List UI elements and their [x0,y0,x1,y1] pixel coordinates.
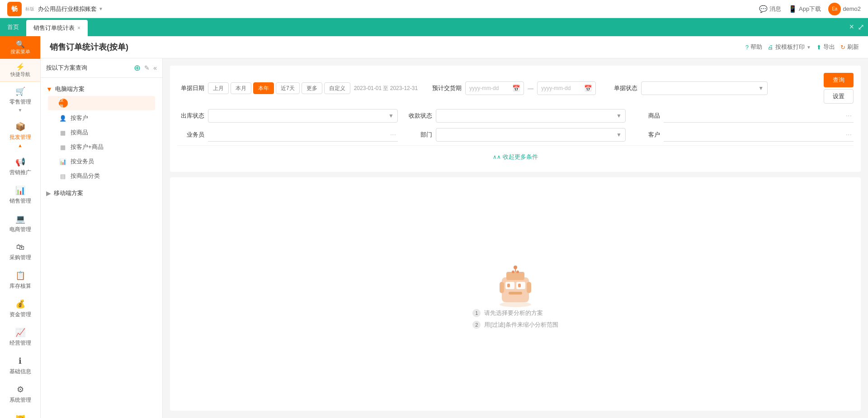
scheme-category-pc-label[interactable]: ▼ 电脑端方案 [46,83,157,95]
tab-home-label: 首页 [7,23,19,31]
date-label: 单据日期 [177,84,204,92]
tab-sales-order[interactable]: 销售订单统计表 × [26,20,88,36]
goods-category-scheme-icon: ▤ [59,172,67,180]
svg-rect-7 [500,282,504,293]
export-label: 导出 [823,43,835,51]
sidebar-item-sales[interactable]: 📊 销售管理 [0,181,40,209]
calendar-icon-end: 📅 [584,85,592,92]
sidebar-item-ecommerce[interactable]: 💻 电商管理 [0,209,40,238]
refresh-btn[interactable]: ↻ 刷新 [840,43,859,51]
sidebar-item-retail[interactable]: 🛒 零售管理 ▼ [0,82,40,117]
scheme-by-customer-label: 按客户 [71,114,88,122]
expected-date-label: 预计交货期 [432,84,462,92]
print-btn[interactable]: 🖨 按模板打印 ▼ [768,43,811,51]
mobile-category-arrow: ▶ [46,190,51,197]
app-download-btn[interactable]: 📱 App下载 [788,5,821,13]
doc-status-select[interactable]: ▼ [641,81,768,95]
date-this-year-btn[interactable]: 本年 [253,82,274,94]
sidebar-search-menu[interactable]: 🔍 搜索菜单 [0,36,40,59]
sidebar-item-cooperation[interactable]: 🤝 企业协同 [0,408,40,418]
scheme-item-by-customer-goods[interactable]: ▦ 按客户+商品 [48,140,155,154]
message-btn[interactable]: 💬 消息 [759,5,781,13]
app-logo: 畅 [7,2,22,16]
scheme-item-by-salesperson[interactable]: 📊 按业务员 [48,155,155,168]
scheme-item-by-order[interactable]: 按单 [48,96,155,110]
tip1-text: 请先选择要分析的方案 [484,309,543,317]
app-title: 办公用品行业模拟账套 [38,5,97,13]
scheme-category-mobile: ▶ 移动端方案 [41,185,162,201]
filter-row-3: 业务员 ··· 部门 ▼ [177,128,854,142]
settings-btn[interactable]: 设置 [824,89,854,104]
scheme-item-by-goods-category[interactable]: ▤ 按商品分类 [48,169,155,183]
query-btn[interactable]: 查询 [824,73,854,87]
operations-label: 经营管理 [9,339,31,347]
scheme-by-salesperson-label: 按业务员 [71,157,94,166]
export-btn[interactable]: ⬆ 导出 [816,43,835,51]
ship-status-select[interactable]: ▼ [208,109,398,123]
sidebar-item-operations[interactable]: 📈 经营管理 [0,323,40,352]
sidebar-item-wholesale[interactable]: 📦 批发管理 ▲ [0,117,40,152]
department-select[interactable]: ▼ [436,128,626,142]
sidebar-item-finance[interactable]: 💰 资金管理 [0,294,40,323]
scheme-item-by-goods[interactable]: ▦ 按商品 [48,126,155,139]
tab-sales-order-label: 销售订单统计表 [33,24,75,32]
tab-home[interactable]: 首页 [0,18,26,36]
empty-state: 1 请先选择要分析的方案 2 用[过滤]条件来缩小分析范围 [170,177,861,411]
app-download-label: App下载 [799,5,821,13]
print-arrow: ▼ [807,45,811,50]
logo-text: 畅 [11,5,18,13]
collapse-label: 收起更多条件 [503,153,538,161]
marketing-icon: 📢 [15,157,25,167]
inventory-icon: 📋 [15,271,25,280]
receipt-status-label: 收款状态 [405,112,432,120]
category-mobile-label: 移动端方案 [54,189,83,197]
sidebar-item-basic-info[interactable]: ℹ 基础信息 [0,352,40,380]
scheme-category-mobile-label[interactable]: ▶ 移动端方案 [46,187,157,199]
filter-group-expected-date: 预计交货期 yyyy-mm-dd 📅 — yyyy-mm-dd 📅 [432,81,596,95]
search-menu-label: 搜索菜单 [4,48,37,55]
expected-date-start-placeholder: yyyy-mm-dd [469,85,499,91]
filter-group-date: 单据日期 上月 本月 本年 近7天 更多 自定义 2023-01-01 至 20… [177,82,418,94]
expected-date-end[interactable]: yyyy-mm-dd 📅 [537,81,596,95]
expected-date-start[interactable]: yyyy-mm-dd 📅 [465,81,524,95]
collapse-btn[interactable]: ∧∧ 收起更多条件 [177,149,854,165]
nav-tabs: 首页 销售订单统计表 × × ⤢ [0,18,868,36]
window-close-btn[interactable]: × [849,22,854,32]
edit-scheme-btn[interactable]: ✎ [144,64,150,71]
date-last7-btn[interactable]: 近7天 [276,82,300,94]
sidebar-item-purchase[interactable]: 🛍 采购管理 [0,238,40,266]
sidebar-quick-nav[interactable]: ⚡ 快捷导航 [0,59,40,82]
right-panel: 单据日期 上月 本月 本年 近7天 更多 自定义 2023-01-01 至 20… [163,58,868,418]
svg-rect-6 [509,292,522,294]
retail-icon: 🛒 [15,86,25,96]
date-last-month-btn[interactable]: 上月 [208,82,229,94]
window-expand-btn[interactable]: ⤢ [858,22,864,32]
expected-date-end-placeholder: yyyy-mm-dd [541,85,571,91]
customer-input[interactable]: ··· [664,128,854,142]
goods-input[interactable]: ··· [664,109,854,123]
sidebar-item-marketing[interactable]: 📢 营销推广 [0,152,40,181]
retail-arrow: ▼ [18,108,23,113]
svg-point-11 [516,271,519,273]
svg-rect-5 [518,284,521,287]
receipt-status-select[interactable]: ▼ [436,109,626,123]
sidebar-item-system[interactable]: ⚙ 系统管理 [0,380,40,408]
tab-close-btn[interactable]: × [77,25,80,31]
scheme-item-by-customer[interactable]: 👤 按客户 [48,111,155,125]
salesperson-input[interactable]: ··· [208,128,398,142]
add-scheme-btn[interactable]: ⊕ [134,63,141,73]
ecommerce-icon: 💻 [15,214,25,224]
app-selector[interactable]: 办公用品行业模拟账套 ▼ [38,5,103,13]
sidebar-item-inventory[interactable]: 📋 库存核算 [0,266,40,294]
filter-group-doc-status: 单据状态 ▼ [610,81,816,95]
collapse-panel-btn[interactable]: « [153,64,157,71]
page-title: 销售订单统计表(按单) [50,42,128,52]
user-profile[interactable]: Ea demo2 [828,3,861,15]
help-btn[interactable]: ? 帮助 [745,43,762,51]
date-custom-btn[interactable]: 自定义 [324,82,350,94]
date-this-month-btn[interactable]: 本月 [231,82,251,94]
avatar: Ea [828,3,841,15]
date-more-btn[interactable]: 更多 [302,82,322,94]
empty-tip-2: 2 用[过滤]条件来缩小分析范围 [472,321,558,329]
tip2-num: 2 [472,321,481,329]
